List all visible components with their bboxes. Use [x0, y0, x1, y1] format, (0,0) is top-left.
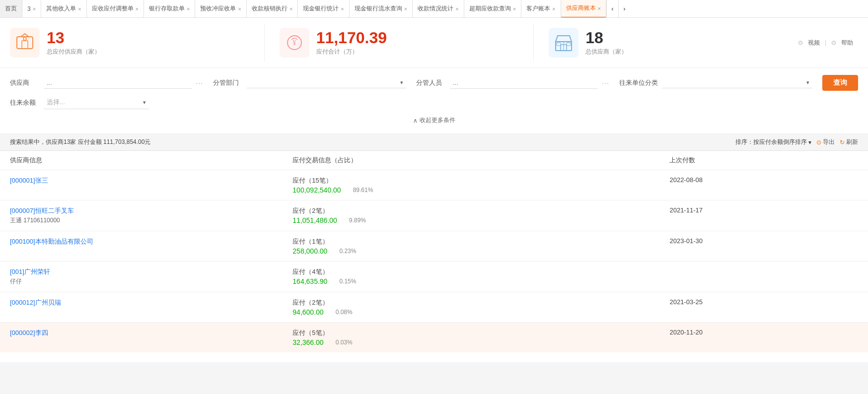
close-icon[interactable]: × — [598, 5, 601, 11]
supplier-link[interactable]: [000007]恒旺二手叉车 — [10, 207, 74, 214]
tab-prepay-ar[interactable]: 预收冲应收单 × — [195, 0, 246, 18]
supplier-dots-icon[interactable]: ··· — [196, 79, 203, 87]
sort-button[interactable]: 排序：按应付余额倒序排序 ▾ — [735, 138, 811, 146]
close-icon[interactable]: × — [404, 6, 407, 12]
video-link[interactable]: 视频 — [808, 39, 820, 47]
close-icon[interactable]: × — [341, 6, 344, 12]
payable-amount[interactable]: 164,635.90 — [292, 277, 327, 285]
table-row: [000007]恒旺二手叉车 王通 17106110000 应付（2笔） 11,… — [0, 200, 868, 231]
payable-amount[interactable]: 32,366.00 — [292, 338, 323, 346]
filter-row-1: 供应商 ··· 分管部门 ▾ 分管人员 ··· 往来单位分类 ▾ — [10, 75, 858, 91]
supplier-link[interactable]: [000001]张三 — [10, 177, 48, 184]
table-body: [000001]张三 应付（15笔） 100,092,540.00 89.61%… — [0, 170, 868, 352]
close-icon[interactable]: × — [238, 6, 241, 12]
payable-count: 应付（2笔） — [292, 206, 669, 215]
close-icon[interactable]: × — [289, 6, 292, 12]
person-input[interactable] — [450, 77, 598, 89]
supplier-link[interactable]: [000002]李四 — [10, 329, 48, 336]
payable-amount[interactable]: 100,092,540.00 — [292, 186, 341, 194]
tab-num3[interactable]: 3 × — [22, 0, 41, 18]
payable-amount[interactable]: 258,000.00 — [292, 247, 327, 255]
unit-type-select[interactable]: ▾ — [662, 77, 812, 88]
chevron-up-icon: ∧ — [413, 117, 418, 124]
payable-count: 应付（1笔） — [292, 237, 669, 246]
table-row: [001]广州荣轩 仔仔 应付（4笔） 164,635.90 0.15% — [0, 262, 868, 292]
close-icon[interactable]: × — [33, 6, 36, 12]
store-icon — [549, 28, 579, 58]
department-filter-label: 分管部门 — [213, 78, 243, 87]
svg-rect-0 — [17, 37, 33, 49]
refresh-icon: ↻ — [840, 139, 845, 146]
nav-arrow-right[interactable]: › — [618, 0, 630, 18]
unit-type-filter-label: 往来单位分类 — [619, 78, 658, 87]
close-icon[interactable]: × — [136, 6, 139, 12]
top-navigation: 首页 3 × 其他收入单 × 应收应付调整单 × 银行存取款单 × 预收冲应收单… — [0, 0, 868, 18]
balance-select[interactable]: 选择... ▾ — [44, 96, 149, 109]
payable-percent: 0.15% — [339, 278, 356, 285]
refresh-button[interactable]: ↻ 刷新 — [840, 138, 858, 146]
svg-rect-1 — [22, 41, 28, 49]
payable-count: 应付（15笔） — [292, 176, 669, 185]
nav-arrow-left[interactable]: ‹ — [606, 0, 618, 18]
tab-bank-deposit[interactable]: 银行存取款单 × — [144, 0, 195, 18]
close-icon[interactable]: × — [78, 6, 81, 12]
card-total-payable-suppliers: 13 总应付供应商（家） — [10, 24, 259, 62]
tab-receipt-exec[interactable]: 收款核销执行 × — [247, 0, 298, 18]
supplier-sub-info: 王通 17106110000 — [10, 216, 292, 225]
payable-amount[interactable]: 11,051,486.00 — [292, 216, 337, 224]
svg-rect-8 — [557, 43, 561, 46]
tab-receipt-stat[interactable]: 收款情况统计 × — [413, 0, 464, 18]
tab-ar-ap-adjust[interactable]: 应收应付调整单 × — [87, 0, 144, 18]
help-link[interactable]: 帮助 — [841, 39, 853, 47]
last-pay-date: 2022-08-08 — [669, 176, 703, 184]
payable-percent: 0.03% — [336, 339, 353, 346]
help-links: ⊙ 视频 | ⊙ 帮助 — [798, 39, 858, 47]
query-button[interactable]: 查询 — [822, 75, 858, 91]
supplier-link[interactable]: [001]广州荣轩 — [10, 268, 50, 275]
supplier-link[interactable]: [000100]本特勤油品有限公司 — [10, 238, 93, 245]
circle-icon: ⊙ — [798, 39, 803, 46]
header-supplier-info: 供应商信息 — [10, 156, 292, 165]
table-header: 供应商信息 应付交易信息（占比） 上次付数 — [0, 151, 868, 170]
tab-cash-bank-stat[interactable]: 现金银行统计 × — [298, 0, 349, 18]
supplier-table: 供应商信息 应付交易信息（占比） 上次付数 [000001]张三 应付（15笔）… — [0, 151, 868, 362]
export-button[interactable]: ⊙ 导出 — [816, 138, 835, 146]
balance-filter-label: 往来余额 — [10, 98, 40, 107]
results-summary-text: 搜索结果中，供应商13家 应付金额 111,703,854.00元 — [10, 138, 150, 146]
close-icon[interactable]: × — [552, 6, 555, 12]
collapse-button[interactable]: ∧ 收起更多条件 — [10, 114, 858, 127]
tab-supplier-book[interactable]: 供应商账本 × — [561, 0, 606, 18]
supplier-link[interactable]: [000012]广州贝瑞 — [10, 299, 61, 306]
tab-overdue-ar[interactable]: 超期应收款查询 × — [464, 0, 521, 18]
total-payable-supplier-count: 13 — [47, 29, 100, 47]
last-pay-date: 2021-11-17 — [669, 206, 703, 214]
tab-other-income[interactable]: 其他收入单 × — [41, 0, 86, 18]
supplier-sub-info: 仔仔 — [10, 277, 292, 286]
payable-amount-icon: ¥ — [280, 28, 309, 58]
tab-cash-bank-query[interactable]: 现金银行流水查询 × — [350, 0, 413, 18]
payable-total-label: 应付合计（万） — [316, 48, 387, 56]
last-pay-date: 2021-03-25 — [669, 298, 703, 306]
close-icon[interactable]: × — [455, 6, 458, 12]
supplier-icon — [10, 28, 40, 58]
close-icon[interactable]: × — [513, 6, 516, 12]
department-select[interactable]: ▾ — [247, 77, 406, 88]
tab-customer-book[interactable]: 客户账本 × — [521, 0, 561, 18]
results-actions: 排序：按应付余额倒序排序 ▾ ⊙ 导出 ↻ 刷新 — [735, 138, 858, 146]
supplier-input[interactable] — [44, 77, 192, 89]
total-payable-supplier-label: 总应付供应商（家） — [47, 48, 100, 56]
payable-percent: 89.61% — [353, 187, 373, 194]
sort-label: 排序：按应付余额倒序排序 — [735, 138, 807, 146]
payable-percent: 9.89% — [349, 217, 366, 224]
filter-area: 供应商 ··· 分管部门 ▾ 分管人员 ··· 往来单位分类 ▾ — [0, 68, 868, 134]
filter-supplier: 供应商 ··· — [10, 77, 203, 89]
payable-amount[interactable]: 94,600.00 — [292, 308, 323, 316]
person-dots-icon[interactable]: ··· — [602, 79, 609, 87]
svg-point-2 — [23, 37, 26, 40]
table-row: [000100]本特勤油品有限公司 应付（1笔） 258,000.00 0.23… — [0, 231, 868, 262]
tab-home[interactable]: 首页 — [0, 0, 22, 18]
summary-cards: 13 总应付供应商（家） ¥ 11,170.39 应付合计（万） — [0, 18, 868, 68]
circle-icon2: ⊙ — [831, 39, 836, 46]
chevron-down-icon: ▾ — [400, 79, 403, 86]
close-icon[interactable]: × — [187, 6, 190, 12]
